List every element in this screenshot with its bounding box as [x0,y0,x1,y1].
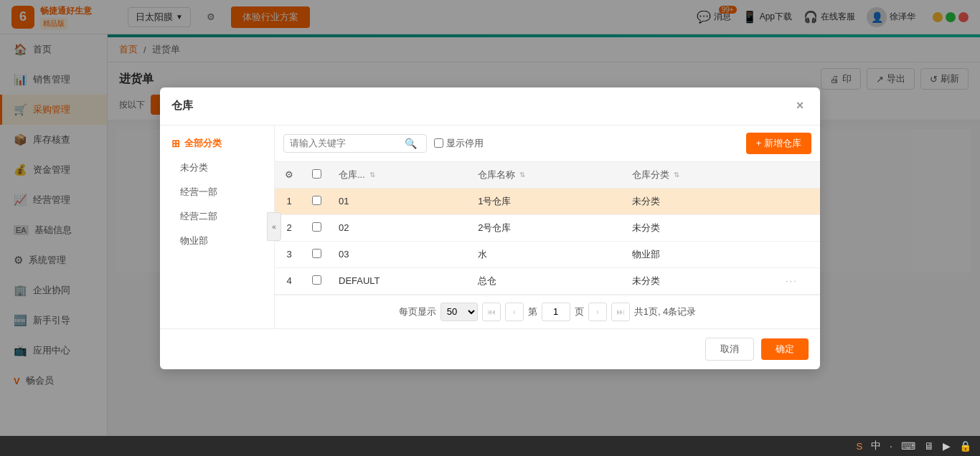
right-panel: 🔍 显示停用 + 新增仓库 ⚙ [275,125,820,328]
modal-overlay[interactable]: 仓库 × ⊞ 全部分类 未分类 经营一部 [0,0,980,456]
row-actions [777,214,820,241]
row-more-icon[interactable]: ··· [786,275,798,286]
row-actions: ··· [777,267,820,294]
table-row[interactable]: 4 DEFAULT 总仓 未分类 ··· [275,267,820,294]
row-actions [777,241,820,267]
modal-footer: 取消 确定 [160,328,820,369]
row-name: 1号仓库 [469,188,623,214]
row-checkbox[interactable] [303,241,330,267]
row-name: 2号仓库 [469,214,623,241]
row-select-checkbox[interactable] [312,275,321,285]
tree-all-label: 全部分类 [184,137,222,150]
s-logo: S [856,441,862,452]
search-input[interactable] [290,138,405,148]
page-label: 第 [528,305,537,318]
monitor-icon[interactable]: 🖥 [924,440,934,452]
tree-item-dept1[interactable]: 经营一部 [160,180,274,204]
search-icon[interactable]: 🔍 [405,138,417,149]
row-category: 未分类 [623,188,777,214]
gear-column-header[interactable]: ⚙ [275,162,303,189]
row-no: 3 [275,241,303,267]
modal-body: ⊞ 全部分类 未分类 经营一部 经营二部 物业部 [160,125,820,328]
row-category: 物业部 [623,241,777,267]
tree-item-unclassified[interactable]: 未分类 [160,156,274,180]
chinese-input-icon[interactable]: 中 [871,440,881,452]
cancel-button[interactable]: 取消 [705,338,754,361]
show-disabled-checkbox[interactable]: 显示停用 [434,137,484,150]
tree-all-categories[interactable]: ⊞ 全部分类 [160,131,274,156]
show-disabled-checkbox-input[interactable] [434,138,443,148]
row-name: 水 [469,241,623,267]
row-no: 1 [275,188,303,214]
last-page-button[interactable]: ⏭ [611,303,630,321]
search-input-wrap[interactable]: 🔍 [283,134,427,153]
row-category: 未分类 [623,267,777,294]
grid-icon: ⊞ [171,138,180,149]
tree-item-dept2[interactable]: 经营二部 [160,204,274,229]
warehouse-table: ⚙ 仓库... ⇅ [275,162,820,295]
sort-icon: ⇅ [369,171,375,179]
actions-column-header [777,162,820,189]
name-column-header[interactable]: 仓库名称 ⇅ [469,162,623,189]
checkbox-column-header [303,162,330,189]
page-unit: 页 [575,305,584,318]
tree-collapse-button[interactable]: « [267,212,281,241]
per-page-label: 每页显示 [399,305,436,318]
row-checkbox[interactable] [303,188,330,214]
row-code: 01 [330,188,469,214]
row-select-checkbox[interactable] [312,249,321,258]
next-page-button[interactable]: › [588,303,607,321]
row-code: DEFAULT [330,267,469,294]
add-warehouse-button[interactable]: + 新增仓库 [746,133,811,154]
sort-icon: ⇅ [674,171,679,179]
pagination: 每页显示 50 10 20 100 ⏮ ‹ 第 页 › ⏭ 共1页, 4条记录 [275,295,820,328]
first-page-button[interactable]: ⏮ [482,303,501,321]
status-bar: S 中 · ⌨ 🖥 ▶ 🔒 [0,436,980,456]
row-category: 未分类 [623,214,777,241]
dot-icon: · [890,440,892,452]
search-bar: 🔍 显示停用 + 新增仓库 [275,125,820,162]
tree-item-property[interactable]: 物业部 [160,229,274,253]
row-code: 02 [330,214,469,241]
row-no: 4 [275,267,303,294]
warehouse-modal: 仓库 × ⊞ 全部分类 未分类 经营一部 [160,87,820,369]
row-code: 03 [330,241,469,267]
play-icon[interactable]: ▶ [943,440,951,452]
row-checkbox[interactable] [303,267,330,294]
table-row[interactable]: 3 03 水 物业部 [275,241,820,267]
lock-icon[interactable]: 🔒 [959,440,971,452]
total-info: 共1页, 4条记录 [634,305,697,318]
page-number-input[interactable] [542,303,570,321]
table-header-row: ⚙ 仓库... ⇅ [275,162,820,189]
row-select-checkbox[interactable] [312,196,321,205]
modal-close-button[interactable]: × [791,98,809,115]
sort-icon: ⇅ [519,171,525,179]
row-name: 总仓 [469,267,623,294]
category-column-header[interactable]: 仓库分类 ⇅ [623,162,777,189]
modal-header: 仓库 × [160,87,820,125]
per-page-select[interactable]: 50 10 20 100 [440,303,478,321]
modal-title: 仓库 [171,99,193,113]
code-column-header[interactable]: 仓库... ⇅ [330,162,469,189]
select-all-checkbox[interactable] [312,169,321,179]
table-row[interactable]: 1 01 1号仓库 未分类 [275,188,820,214]
row-checkbox[interactable] [303,214,330,241]
table-row[interactable]: 2 02 2号仓库 未分类 [275,214,820,241]
prev-page-button[interactable]: ‹ [505,303,524,321]
row-actions [777,188,820,214]
keyboard-icon[interactable]: ⌨ [901,440,915,452]
confirm-button[interactable]: 确定 [761,338,809,360]
row-select-checkbox[interactable] [312,222,321,232]
tree-panel: ⊞ 全部分类 未分类 经营一部 经营二部 物业部 [160,125,275,328]
